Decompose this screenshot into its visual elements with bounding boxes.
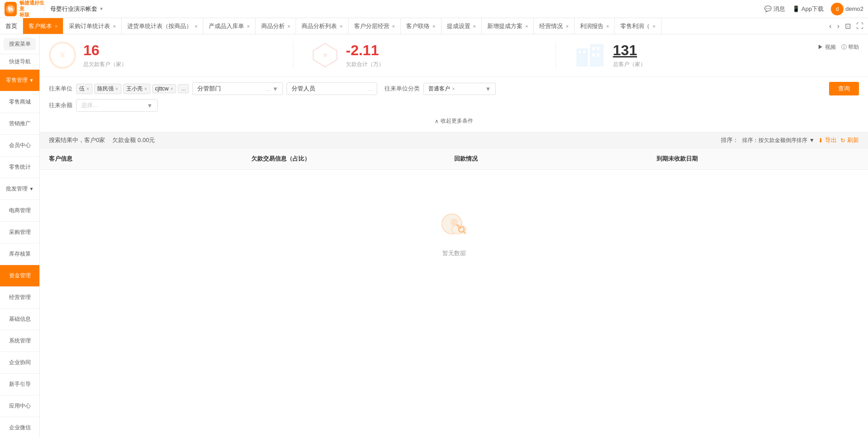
tab-customer-contact-close[interactable]: × [432, 24, 435, 29]
tab-new-promo-plan[interactable]: 新增提成方案 × [482, 18, 534, 34]
sort-dropdown-icon: ▼ [809, 137, 815, 143]
tab-retail-profit[interactable]: 零售利润（ × [615, 18, 661, 34]
balance-filter[interactable]: 选择... ▼ [76, 99, 158, 112]
sidebar-item-enterprise-wechat[interactable]: 企业微信 [0, 417, 39, 437]
tab-promo-settings[interactable]: 提成设置 × [441, 18, 482, 34]
username: demo2 [845, 5, 863, 12]
sidebar-item-member-center[interactable]: 会员中心 [0, 135, 39, 157]
sidebar-search-button[interactable]: 搜索菜单 [4, 38, 36, 50]
sidebar-marketing-label: 营销推广 [9, 120, 31, 128]
sidebar-item-purchase-mgmt[interactable]: 采购管理 [0, 222, 39, 243]
table-header: 客户信息 欠款交易信息（占比） 回款情况 到期未收款日期 [40, 148, 868, 170]
tab-retail-profit-close[interactable]: × [652, 24, 655, 29]
message-button[interactable]: 💬 消息 [764, 5, 785, 13]
tab-customer-segment-close[interactable]: × [392, 24, 395, 29]
sidebar-item-retail-mall[interactable]: 零售商城 [0, 91, 39, 113]
svg-rect-6 [576, 48, 588, 66]
tab-product-inbound-close[interactable]: × [247, 24, 249, 29]
help-video-link[interactable]: ▶ 视频 [818, 43, 835, 51]
tab-business-status-close[interactable]: × [566, 24, 568, 29]
refresh-button[interactable]: ↻ 刷新 [840, 136, 859, 144]
tab-purchase-stats-label: 进货单统计表（按商品） [127, 22, 192, 30]
tab-purchase-order-stats[interactable]: 采购订单统计表 × [63, 18, 121, 34]
stat-card-total-debtors: ¥ 16 总欠款客户（家） [49, 42, 293, 69]
dept-filter[interactable]: 分管部门 ... ▼ [192, 82, 283, 95]
tab-product-analysis-list[interactable]: 商品分析列表 × [296, 18, 348, 34]
enterprise-selector[interactable]: 母婴行业演示帐套 ▼ [44, 5, 126, 13]
help-icon: ⓘ [841, 44, 847, 50]
filter-tag-cjttcw-close[interactable]: × [171, 86, 173, 91]
filter-tag-chen-close[interactable]: × [115, 86, 118, 91]
query-button[interactable]: 查询 [829, 82, 859, 95]
unit-type-tag-close[interactable]: × [452, 86, 455, 91]
unit-type-filter[interactable]: 普通客户 × ▼ [423, 83, 496, 95]
sidebar-item-capital-mgmt[interactable]: 资金管理 [0, 265, 39, 287]
sidebar-item-sys-mgmt[interactable]: 系统管理 [0, 330, 39, 352]
tab-product-analysis-list-close[interactable]: × [340, 24, 342, 29]
sidebar-purchase-mgmt-label: 采购管理 [9, 228, 31, 236]
tab-customer-book-label: 客户账本 [29, 22, 52, 30]
help-text-link[interactable]: ⓘ 帮助 [841, 43, 859, 51]
tab-promo-settings-close[interactable]: × [473, 24, 476, 29]
tab-profit-report[interactable]: 利润报告 × [575, 18, 615, 34]
tab-customer-contact[interactable]: 客户联络 × [401, 18, 441, 34]
stats-row: ¥ 16 总欠款客户（家） ★ -2.11 欠款合计（万） [40, 34, 868, 76]
sidebar-item-app-center[interactable]: 应用中心 [0, 395, 39, 417]
tab-purchase-order-stats-close[interactable]: × [113, 24, 115, 29]
balance-placeholder: 选择... [81, 101, 98, 109]
tab-product-inbound[interactable]: 产成品入库单 × [203, 18, 255, 34]
sidebar-retail-mgmt-label: 零售管理 [6, 76, 28, 84]
tab-new-promo-plan-close[interactable]: × [525, 24, 528, 29]
sort-select[interactable]: 排序：按欠款金额倒序排序 ▼ [742, 137, 815, 144]
tab-purchase-stats-by-product[interactable]: 进货单统计表（按商品） × [122, 18, 203, 34]
sidebar-quick-nav[interactable]: 快捷导航 [0, 54, 39, 70]
sidebar-item-enterprise-collab[interactable]: 企业协同 [0, 352, 39, 374]
person-filter[interactable]: 分管人员 ... [287, 82, 377, 95]
export-button[interactable]: ⬇ 导出 [818, 136, 837, 144]
sidebar-item-wholesale-mgmt[interactable]: 批发管理 ▼ [0, 178, 39, 200]
sidebar-item-retail-stats[interactable]: 零售统计 [0, 157, 39, 178]
filter-tag-more[interactable]: ... [178, 84, 189, 93]
logo-icon: 畅 [5, 2, 17, 16]
dept-label: 分管部门 [197, 85, 221, 93]
filter-tag-wu-close[interactable]: × [86, 86, 89, 91]
tab-customer-book-close[interactable]: × [55, 24, 58, 29]
tab-restore-icon[interactable]: ⊡ [843, 21, 853, 31]
tab-purchase-stats-close[interactable]: × [195, 24, 197, 29]
sidebar-ecom-mgmt-label: 电商管理 [9, 207, 31, 214]
sidebar-capital-mgmt-label: 资金管理 [9, 272, 31, 280]
svg-rect-10 [592, 47, 595, 50]
sidebar-item-marketing[interactable]: 营销推广 [0, 113, 39, 135]
tab-home[interactable]: 首页 [0, 18, 23, 34]
tab-next-icon[interactable]: › [835, 21, 841, 31]
table-header-due-date: 到期未收款日期 [657, 153, 859, 165]
unit-filter-tags: 伍 × 陈民强 × 王小亮 × cjttcw × [76, 84, 189, 94]
export-icon: ⬇ [818, 137, 823, 144]
stat-icon-customers [574, 42, 606, 69]
user-profile[interactable]: d demo2 [831, 3, 863, 15]
tab-business-status[interactable]: 经营情况 × [534, 18, 574, 34]
sidebar-item-retail-mgmt[interactable]: 零售管理 ▼ [0, 70, 39, 91]
tab-customer-book[interactable]: 客户账本 × [23, 18, 63, 34]
sidebar-item-ops-mgmt[interactable]: 经营管理 [0, 287, 39, 309]
tab-profit-report-close[interactable]: × [606, 24, 609, 29]
dept-dropdown-icon: ▼ [273, 86, 278, 92]
tab-product-analysis[interactable]: 商品分析 × [256, 18, 296, 34]
logo-text-line1: 畅捷通好生意 [19, 0, 44, 12]
empty-state: 暂无数据 [40, 170, 868, 294]
logo-area: 畅 畅捷通好生意 标版 [5, 0, 44, 18]
sidebar-item-basic-info[interactable]: 基础信息 [0, 309, 39, 330]
sidebar-item-inventory-check[interactable]: 库存核算 [0, 243, 39, 265]
collapse-button[interactable]: ∧ 收起更多条件 [49, 115, 859, 127]
sidebar-item-ecom-mgmt[interactable]: 电商管理 [0, 200, 39, 222]
tab-customer-segment[interactable]: 客户分层经营 × [349, 18, 401, 34]
tab-prev-icon[interactable]: ‹ [827, 21, 833, 31]
app-download-button[interactable]: 📱 App下载 [792, 5, 824, 13]
stat-icon-debtors: ¥ [49, 42, 76, 69]
sidebar-item-newbie-guide[interactable]: 新手引导 [0, 374, 39, 395]
tab-maximize-icon[interactable]: ⛶ [854, 21, 865, 31]
svg-rect-13 [597, 53, 599, 57]
tab-product-analysis-close[interactable]: × [288, 24, 290, 29]
tab-retail-profit-label: 零售利润（ [620, 22, 650, 30]
filter-tag-wang-close[interactable]: × [144, 86, 147, 91]
